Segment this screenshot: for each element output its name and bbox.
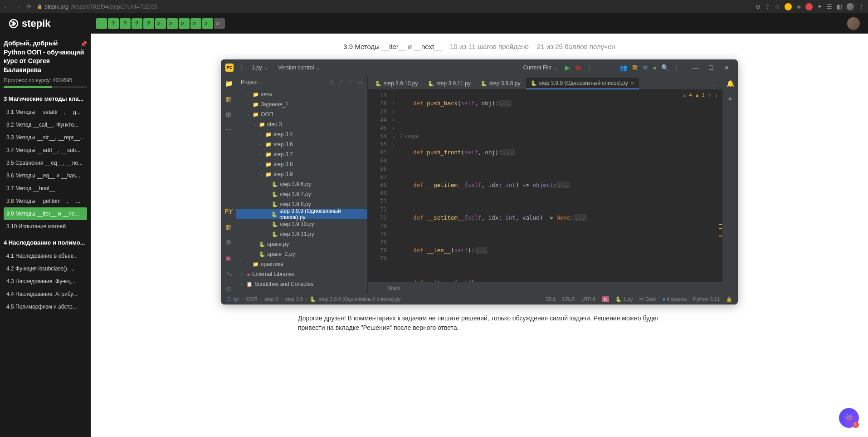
lesson-item[interactable]: 3.5 Сравнения __eq__, __ne... bbox=[4, 157, 87, 169]
bookmarks-icon[interactable]: ▦ bbox=[224, 94, 234, 104]
editor-tab[interactable]: 🐍step 3.9.8.py bbox=[476, 78, 525, 89]
lesson-item[interactable]: 4.5 Полиморфизм и абстр... bbox=[4, 300, 87, 313]
step-indicator[interactable]: >_ bbox=[214, 18, 225, 29]
pycharm-icon[interactable]: PC bbox=[225, 64, 234, 72]
interpreter[interactable]: Python 3.11 bbox=[693, 296, 720, 302]
step-indicator[interactable]: ? bbox=[143, 18, 154, 29]
terminal-icon[interactable]: ▣ bbox=[224, 253, 234, 263]
step-indicator[interactable]: >_ bbox=[179, 18, 190, 29]
ai-assistant-icon[interactable]: ✦ bbox=[725, 94, 735, 104]
reading-list-icon[interactable]: ☰ bbox=[827, 3, 832, 10]
tree-item[interactable]: 🐍space_2.py bbox=[236, 249, 367, 259]
tree-item[interactable]: ›📁практика bbox=[236, 259, 367, 269]
lesson-item[interactable]: 3.2 Метод __call__. Функто... bbox=[4, 118, 87, 131]
bookmark-icon[interactable]: ☆ bbox=[775, 3, 780, 10]
reload-icon[interactable]: ⟳ bbox=[26, 3, 31, 10]
down-nav-icon[interactable]: ↓ bbox=[715, 92, 718, 98]
tree-item[interactable]: ›📁step 3.6 bbox=[236, 139, 367, 149]
step-indicator[interactable]: ? bbox=[108, 18, 119, 29]
tree-item[interactable]: ›📁step 3.4 bbox=[236, 129, 367, 139]
structure-icon[interactable]: ⊞ bbox=[224, 109, 234, 119]
run-button[interactable]: ▶ bbox=[565, 64, 570, 71]
url-bar[interactable]: 🔒 stepik.org/lesson/701994/step/1?unit=7… bbox=[37, 4, 750, 10]
maximize-button[interactable]: ☐ bbox=[704, 62, 718, 73]
lesson-item[interactable]: 3.10 Испытание магией bbox=[4, 220, 87, 233]
profile-icon[interactable] bbox=[847, 3, 854, 10]
encoding[interactable]: UTF-8 bbox=[581, 296, 595, 302]
extension-icon[interactable]: ◈ bbox=[796, 3, 801, 10]
panel-more-icon[interactable]: ⋮ bbox=[347, 79, 353, 85]
section-header[interactable]: 3 Магические методы кла... bbox=[4, 95, 87, 102]
step-indicator[interactable]: >_ bbox=[202, 18, 213, 29]
services-icon[interactable]: ▦ bbox=[224, 222, 234, 232]
target-icon[interactable]: ⊙ bbox=[329, 79, 334, 85]
project-label[interactable]: Project bbox=[241, 79, 258, 85]
step-indicator[interactable]: >_ bbox=[190, 18, 201, 29]
tree-item[interactable]: 🐍step 3.9.9 (Односвязный список).py bbox=[236, 209, 367, 219]
tree-item[interactable]: ⌄📁ООП bbox=[236, 109, 367, 119]
code-with-me-icon[interactable]: 👥 bbox=[619, 64, 627, 71]
extensions-icon[interactable]: ✦ bbox=[817, 3, 822, 10]
lesson-item[interactable]: 3.1 Методы __setattr__, __g... bbox=[4, 106, 87, 118]
step-indicator[interactable]: >_ bbox=[167, 18, 178, 29]
indent-label[interactable]: ● 4 spaces bbox=[663, 296, 687, 302]
lesson-item[interactable]: 4.3 Наследование. Функц... bbox=[4, 275, 87, 288]
tree-item[interactable]: 🐍step 3.9.11.py bbox=[236, 229, 367, 239]
more-tools-icon[interactable]: ⋯ bbox=[224, 125, 234, 135]
tree-item[interactable]: ⌄📁step 3 bbox=[236, 119, 367, 129]
lock-status-icon[interactable]: 🔒 bbox=[726, 296, 732, 302]
lesson-item[interactable]: 4.2 Функция issubclass(). ... bbox=[4, 262, 87, 275]
up-nav-icon[interactable]: ↑ bbox=[708, 92, 712, 98]
tree-item[interactable]: 🐍space.py bbox=[236, 239, 367, 249]
fold-gutter[interactable]: ›››››⌄⌄ bbox=[390, 89, 397, 282]
close-tab-icon[interactable]: ✕ bbox=[630, 80, 634, 86]
pin-icon[interactable]: 📌 bbox=[80, 41, 87, 47]
tree-item[interactable]: ›📋Scratches and Consoles bbox=[236, 279, 367, 289]
close-button[interactable]: ✕ bbox=[720, 62, 733, 73]
lesson-item[interactable]: 4.1 Наследование в объек... bbox=[4, 250, 87, 262]
extension-icon[interactable] bbox=[785, 3, 792, 10]
avatar[interactable] bbox=[847, 17, 860, 30]
share-icon[interactable]: ⇪ bbox=[765, 3, 770, 10]
tab-badge[interactable]: ↹ bbox=[602, 296, 609, 302]
atom-icon[interactable]: ⚛ bbox=[643, 64, 649, 71]
back-icon[interactable]: ← bbox=[4, 3, 10, 10]
lesson-item[interactable]: 3.9 Методы __iter__ и __ne... bbox=[4, 207, 87, 220]
cursor-position[interactable]: 55:1 bbox=[546, 296, 556, 302]
lesson-item[interactable]: 3.3 Методы __str__, __repr__... bbox=[4, 131, 87, 144]
chat-bubble[interactable]: 👾 1 bbox=[839, 408, 859, 428]
line-separator[interactable]: CRLF bbox=[562, 296, 575, 302]
tree-item[interactable]: 🐍step 3.9.7.py bbox=[236, 189, 367, 199]
step-indicator[interactable]: ? bbox=[120, 18, 131, 29]
warning-badge[interactable]: ⚠ 4 bbox=[683, 92, 692, 98]
stepik-logo[interactable]: stepik bbox=[8, 18, 51, 29]
tree-item[interactable]: 🐍step 3.9.10.py bbox=[236, 219, 367, 229]
step-indicator[interactable]: >_ bbox=[155, 18, 166, 29]
section-header[interactable]: 4 Наследование и полимо... bbox=[4, 239, 87, 246]
file-lang[interactable]: 🐍 1.py bbox=[615, 296, 633, 302]
lesson-item[interactable]: 3.8 Методы __getitem__, __... bbox=[4, 195, 87, 207]
editor-tab[interactable]: 🐍step 3.9.10.py bbox=[371, 78, 422, 89]
vcs-dropdown[interactable]: Version control ⌄ bbox=[275, 63, 323, 72]
version-control-icon[interactable]: ⌥ bbox=[224, 268, 234, 278]
lesson-item[interactable]: 3.6 Методы __eq__ и __has... bbox=[4, 169, 87, 182]
hide-panel-icon[interactable]: — bbox=[357, 79, 363, 85]
tree-item[interactable]: ›📁Задание_1 bbox=[236, 99, 367, 109]
minimize-button[interactable]: — bbox=[689, 62, 702, 73]
step-indicator[interactable]: ? bbox=[132, 18, 142, 29]
forward-icon[interactable]: → bbox=[15, 3, 21, 10]
breadcrumb[interactable]: ☐ tyt › ООП › step 3 › step 3.9 › 🐍 step… bbox=[226, 296, 400, 302]
file-dropdown[interactable]: 1.py ⌄ bbox=[249, 63, 271, 72]
tree-item[interactable]: ⌄📁step 3.9 bbox=[236, 169, 367, 179]
weak-warning-badge[interactable]: ▲ 1 bbox=[696, 92, 705, 98]
tree-item[interactable]: ›📁step 3.7 bbox=[236, 149, 367, 159]
error-stripe[interactable] bbox=[718, 89, 722, 282]
expand-icon[interactable]: ⤢ bbox=[338, 79, 343, 85]
run-config[interactable]: Current File ⌄ bbox=[521, 63, 561, 72]
editor-tab[interactable]: 🐍step 3.9.9 (Односвязный список).py✕ bbox=[526, 78, 639, 89]
settings-tool-icon[interactable]: ⚙ bbox=[224, 237, 234, 247]
menu-icon[interactable]: ⋮ bbox=[238, 64, 244, 71]
tree-item[interactable]: ›📁venv bbox=[236, 89, 367, 99]
side-panel-icon[interactable]: ◧ bbox=[837, 3, 842, 10]
code-editor[interactable]: 1428294445545563646667686971727374757678… bbox=[368, 89, 722, 282]
